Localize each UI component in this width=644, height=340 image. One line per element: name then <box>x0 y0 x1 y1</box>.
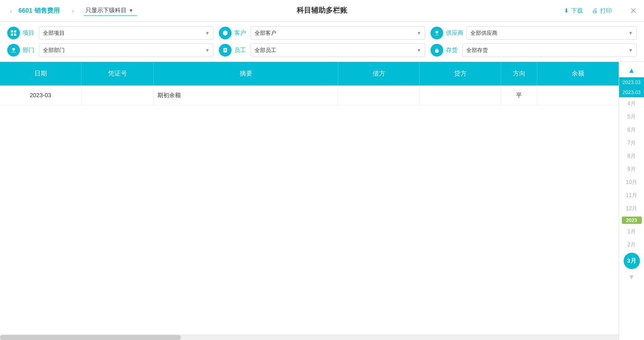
filter-item-customer: 客户 全部客户 ▼ <box>219 26 425 40</box>
supplier-select-wrapper: 全部供应商 ▼ <box>466 26 637 40</box>
inventory-icon <box>431 44 443 57</box>
download-icon: ⬇ <box>564 7 569 14</box>
th-voucher: 凭证号 <box>81 62 154 85</box>
inventory-label: 存货 <box>446 46 459 54</box>
show-sub-button[interactable]: 只显示下级科目 ▼ <box>84 5 137 16</box>
customer-label: 客户 <box>234 29 248 37</box>
department-icon <box>7 44 20 57</box>
prev-account-arrow[interactable]: ‹ <box>7 5 15 16</box>
filter-item-supplier: 供应商 全部供应商 ▼ <box>431 26 637 40</box>
month-item-5[interactable]: 5月 <box>619 110 644 123</box>
table-header: 日期 凭证号 摘要 借方 贷方 方向 余额 <box>0 62 619 85</box>
employee-icon <box>219 44 232 57</box>
month-item-8[interactable]: 8月 <box>619 150 644 163</box>
td-summary: 期初余额 <box>154 85 338 105</box>
month-item-2023-03-second[interactable]: 2023.03 <box>619 87 644 97</box>
table-body: 2023-03 期初余额 平 <box>0 85 619 335</box>
close-button[interactable]: ✕ <box>630 6 637 16</box>
print-button[interactable]: 🖨 打印 <box>592 7 612 15</box>
filter-item-inventory: 存货 全部存货 ▼ <box>431 43 637 57</box>
supplier-icon <box>431 27 443 39</box>
filter-item-department: 部门 全部部门 ▼ <box>7 43 213 57</box>
year-badge-2023: 2023 <box>622 217 642 224</box>
table-area: 日期 凭证号 摘要 借方 贷方 方向 余额 2023-03 期初余额 平 <box>0 62 619 340</box>
filter-bar: 项目 全部项目 ▼ 客户 全部客户 <box>0 22 644 62</box>
next-account-arrow[interactable]: › <box>69 5 77 16</box>
project-select[interactable]: 全部项目 <box>39 26 213 40</box>
supplier-label: 供应商 <box>446 29 464 37</box>
table-row: 2023-03 期初余额 平 <box>0 85 619 105</box>
filter-row-2: 部门 全部部门 ▼ 员工 <box>7 43 637 57</box>
project-label: 项目 <box>23 29 36 37</box>
title-actions: ⬇ 下载 🖨 打印 ✕ <box>564 6 637 16</box>
th-date: 日期 <box>0 62 81 85</box>
td-voucher <box>81 85 154 105</box>
month-item-1[interactable]: 1月 <box>619 225 644 238</box>
svg-rect-3 <box>14 33 16 36</box>
svg-rect-1 <box>14 30 16 33</box>
svg-rect-0 <box>11 30 13 33</box>
month-item-9[interactable]: 9月 <box>619 163 644 176</box>
project-select-wrapper: 全部项目 ▼ <box>39 26 213 40</box>
employee-label: 员工 <box>234 46 248 54</box>
filter-row-1: 项目 全部项目 ▼ 客户 全部客户 <box>7 26 637 40</box>
month-item-2[interactable]: 2月 <box>619 238 644 251</box>
svg-rect-7 <box>224 49 226 50</box>
print-label: 打印 <box>600 7 612 15</box>
filter-item-employee: 员工 全部员工 ▼ <box>219 43 425 57</box>
th-credit: 贷方 <box>420 62 501 85</box>
month-item-3-active[interactable]: 3月 <box>624 253 640 269</box>
title-bar: ‹ 6601 销售费用 › 只显示下级科目 ▼ 科目辅助多栏账 ⬇ 下载 🖨 打… <box>0 0 644 22</box>
download-button[interactable]: ⬇ 下载 <box>564 7 583 15</box>
svg-point-4 <box>436 31 438 33</box>
customer-select[interactable]: 全部客户 <box>251 26 425 40</box>
scrollbar-thumb[interactable] <box>0 335 181 340</box>
svg-point-9 <box>435 49 439 53</box>
department-select-wrapper: 全部部门 ▼ <box>39 43 213 57</box>
month-item-2023-03-first[interactable]: 2023.03 <box>619 77 644 87</box>
svg-rect-2 <box>11 33 13 36</box>
month-navigator: ▲ 2023.03 2023.03 4月 5月 6月 7月 8月 9月 10月 … <box>619 62 644 340</box>
svg-rect-8 <box>224 50 226 51</box>
department-label: 部门 <box>23 46 36 54</box>
td-credit <box>420 85 501 105</box>
print-icon: 🖨 <box>592 7 598 14</box>
td-balance <box>537 85 619 105</box>
month-item-11[interactable]: 11月 <box>619 189 644 202</box>
month-item-6[interactable]: 6月 <box>619 123 644 137</box>
show-sub-chevron: ▼ <box>128 8 133 13</box>
account-code-label: 6601 销售费用 <box>15 7 69 15</box>
th-debit: 借方 <box>338 62 420 85</box>
employee-select[interactable]: 全部员工 <box>251 43 425 57</box>
month-item-4[interactable]: 4月 <box>619 97 644 110</box>
td-debit <box>338 85 420 105</box>
td-date: 2023-03 <box>0 85 81 105</box>
month-item-12[interactable]: 12月 <box>619 202 644 215</box>
supplier-select[interactable]: 全部供应商 <box>466 26 637 40</box>
main-content: 日期 凭证号 摘要 借方 贷方 方向 余额 2023-03 期初余额 平 <box>0 62 644 340</box>
month-nav-up-arrow[interactable]: ▲ <box>619 64 644 77</box>
project-icon <box>7 27 20 39</box>
th-direction: 方向 <box>501 62 537 85</box>
month-nav-down-arrow[interactable]: ▼ <box>619 270 644 284</box>
main-window: ‹ 6601 销售费用 › 只显示下级科目 ▼ 科目辅助多栏账 ⬇ 下载 🖨 打… <box>0 0 644 340</box>
filter-item-project: 项目 全部项目 ▼ <box>7 26 213 40</box>
th-balance: 余额 <box>537 62 619 85</box>
svg-point-5 <box>12 48 15 51</box>
month-item-10[interactable]: 10月 <box>619 176 644 189</box>
month-item-7[interactable]: 7月 <box>619 137 644 150</box>
inventory-select-wrapper: 全部存货 ▼ <box>462 43 637 57</box>
customer-select-wrapper: 全部客户 ▼ <box>251 26 425 40</box>
department-select[interactable]: 全部部门 <box>39 43 213 57</box>
customer-icon <box>219 27 232 39</box>
inventory-select[interactable]: 全部存货 <box>462 43 637 57</box>
td-direction: 平 <box>501 85 537 105</box>
th-summary: 摘要 <box>154 62 338 85</box>
show-sub-label: 只显示下级科目 <box>85 6 127 14</box>
page-title: 科目辅助多栏账 <box>297 6 347 15</box>
employee-select-wrapper: 全部员工 ▼ <box>251 43 425 57</box>
download-label: 下载 <box>571 7 583 15</box>
horizontal-scrollbar[interactable] <box>0 335 619 340</box>
